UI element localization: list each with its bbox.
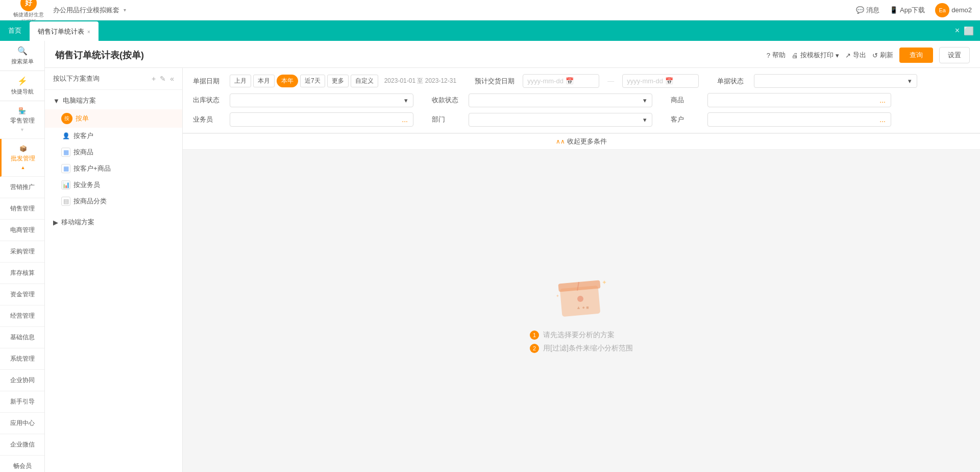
by-customer-icon: 👤 [61, 131, 70, 140]
tab-home[interactable]: 首页 [0, 20, 30, 41]
help-button[interactable]: ? 帮助 [767, 51, 786, 60]
app-download-button[interactable]: 📱 App下载 [890, 6, 925, 15]
member-label: 畅会员 [13, 462, 32, 470]
shipment-label: 出库状态 [193, 96, 222, 105]
empty-illustration: ✦ ✦ ▲ ● ■ [551, 269, 612, 320]
collapse-label: 收起更多条件 [567, 137, 607, 146]
tab-maximize-icon[interactable]: ⬜ [964, 26, 974, 36]
left-panel: 按以下方案查询 + ✎ « ▼ 电脑端方案 按 按单 [45, 68, 183, 472]
date-last-7days[interactable]: 近7天 [300, 75, 325, 87]
department-select[interactable]: ▾ [469, 113, 652, 127]
tab-close-icon[interactable]: × [87, 29, 90, 35]
sidebar-item-wechat[interactable]: 企业微信 [0, 434, 44, 456]
scheme-by-product-category[interactable]: ▤ 按商品分类 [45, 193, 182, 209]
payment-select[interactable]: ▾ [469, 93, 652, 107]
sidebar-item-sales[interactable]: 销售管理 [0, 198, 44, 220]
print-dropdown-icon: ▾ [836, 52, 839, 59]
message-button[interactable]: 💬 消息 [856, 6, 879, 15]
app-dropdown-arrow[interactable]: ▾ [124, 7, 126, 13]
mobile-collapse-arrow: ▶ [53, 219, 58, 226]
sidebar-item-newbie[interactable]: 新手引导 [0, 391, 44, 413]
by-salesperson-label: 按业务员 [74, 180, 100, 190]
shipment-select[interactable]: ▾ [230, 93, 413, 107]
page-header: 销售订单统计表(按单) ? 帮助 🖨 按模板打印 ▾ ↗ 导出 ↺ 刷新 [45, 41, 980, 68]
salesperson-label: 业务员 [193, 115, 222, 124]
expected-date-start[interactable]: yyyy-mm-dd 📅 [523, 74, 599, 88]
date-this-year[interactable]: 本年 [277, 75, 298, 87]
date-custom[interactable]: 自定义 [351, 75, 378, 87]
by-customer-label: 按客户 [74, 131, 93, 140]
avatar: Ea [935, 3, 949, 17]
sidebar-item-member[interactable]: 畅会员 [0, 456, 44, 472]
sidebar-item-system[interactable]: 系统管理 [0, 348, 44, 370]
scheme-by-customer-product[interactable]: ▦ 按客户+商品 [45, 160, 182, 177]
tab-minimize-icon[interactable]: × [955, 26, 960, 35]
filter-area: 单据日期 上月 本月 本年 近7天 更多 自定义 2023-01-01 至 20… [183, 68, 980, 133]
settings-button[interactable]: 设置 [939, 47, 970, 63]
app-download-icon: 📱 [890, 6, 898, 14]
desktop-section-header[interactable]: ▼ 电脑端方案 [45, 92, 182, 109]
sidebar-item-purchase[interactable]: 采购管理 [0, 241, 44, 263]
system-label: 系统管理 [10, 355, 35, 363]
date-this-month[interactable]: 本月 [253, 75, 275, 87]
goods-ellipsis[interactable]: ... [879, 96, 886, 104]
svg-point-5 [577, 296, 583, 302]
date-more[interactable]: 更多 [327, 75, 349, 87]
scheme-by-salesperson[interactable]: 📊 按业务员 [45, 177, 182, 193]
customer-label: 客户 [671, 115, 699, 124]
refresh-button[interactable]: ↺ 刷新 [872, 51, 893, 60]
sidebar-item-finance[interactable]: 资金管理 [0, 284, 44, 305]
expected-date-end[interactable]: yyyy-mm-dd 📅 [622, 74, 699, 88]
date-prev-month[interactable]: 上月 [230, 75, 251, 87]
sidebar-item-appcenter[interactable]: 应用中心 [0, 413, 44, 434]
sidebar-item-ecommerce[interactable]: 电商管理 [0, 220, 44, 241]
by-product-icon: ▦ [61, 148, 70, 157]
desktop-collapse-arrow: ▼ [53, 97, 60, 105]
by-product-category-icon: ▤ [61, 197, 70, 206]
add-scheme-button[interactable]: + [152, 75, 156, 83]
sidebar-item-marketing[interactable]: 营销推广 [0, 177, 44, 198]
scheme-by-customer[interactable]: 👤 按客户 [45, 128, 182, 144]
expected-date-start-placeholder: yyyy-mm-dd [527, 77, 564, 85]
by-product-category-label: 按商品分类 [74, 197, 107, 206]
edit-scheme-button[interactable]: ✎ [160, 75, 166, 83]
customer-ellipsis[interactable]: ... [879, 115, 886, 124]
filter-row-1: 单据日期 上月 本月 本年 近7天 更多 自定义 2023-01-01 至 20… [193, 74, 970, 88]
tab-bar: 首页 销售订单统计表 × × ⬜ [0, 20, 980, 41]
date-options-group: 上月 本月 本年 近7天 更多 自定义 2023-01-01 至 2023-12… [230, 75, 456, 87]
sidebar-item-inventory[interactable]: 库存核算 [0, 263, 44, 284]
retail-label: 零售管理 [10, 116, 35, 125]
sidebar-item-enterprise[interactable]: 企业协同 [0, 370, 44, 391]
print-button[interactable]: 🖨 按模板打印 ▾ [792, 51, 839, 60]
expected-date-label: 预计交货日期 [475, 77, 514, 86]
collapse-bar[interactable]: ∧∧ 收起更多条件 [183, 133, 980, 150]
logo-text: 畅捷通好生意 [13, 11, 44, 18]
collapse-panel-button[interactable]: « [170, 75, 174, 83]
shipment-dropdown-icon: ▾ [404, 97, 408, 104]
sidebar-search[interactable]: 🔍 搜索菜单 [0, 41, 44, 71]
logo-icon: 好 [20, 0, 37, 11]
sidebar-item-operations[interactable]: 经营管理 [0, 305, 44, 327]
scheme-by-product[interactable]: ▦ 按商品 [45, 144, 182, 160]
filter-row-3: 业务员 ... 部门 ▾ 客户 ... [193, 112, 970, 127]
sidebar-quick-nav[interactable]: ⚡ 快捷导航 [0, 71, 44, 101]
print-label: 按模板打印 [800, 51, 834, 60]
sidebar-item-wholesale[interactable]: 📦 批发管理 ▲ [0, 139, 44, 177]
customer-input[interactable]: ... [707, 112, 891, 127]
date-separator: — [607, 77, 614, 85]
by-salesperson-icon: 📊 [61, 180, 70, 190]
scheme-by-order[interactable]: 按 按单 [45, 109, 182, 128]
user-menu[interactable]: Ea demo2 [935, 3, 972, 17]
sidebar-item-retail[interactable]: 🏪 零售管理 ▼ [0, 101, 44, 139]
export-button[interactable]: ↗ 导出 [845, 51, 866, 60]
salesperson-ellipsis[interactable]: ... [402, 115, 408, 124]
mobile-section-header[interactable]: ▶ 移动端方案 [45, 214, 182, 231]
goods-input[interactable]: ... [707, 93, 891, 107]
search-label: 搜索菜单 [11, 58, 34, 65]
status-select[interactable]: ▾ [754, 74, 917, 88]
sidebar-item-basic[interactable]: 基础信息 [0, 327, 44, 348]
tab-sales-stats[interactable]: 销售订单统计表 × [30, 21, 99, 42]
salesperson-input[interactable]: ... [230, 112, 413, 127]
query-button[interactable]: 查询 [899, 48, 933, 63]
message-icon: 💬 [856, 6, 864, 14]
